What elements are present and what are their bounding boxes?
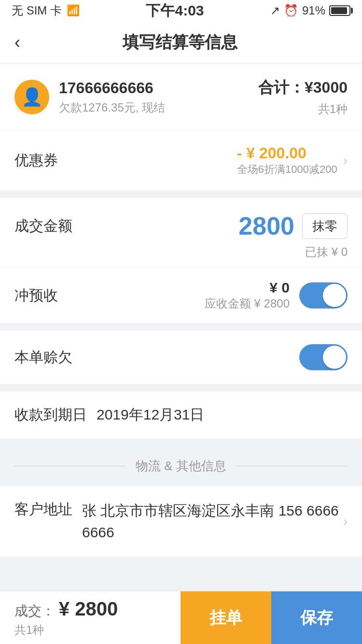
hang-order-button[interactable]: 挂单 [181, 591, 271, 644]
divider-line-left [14, 466, 126, 466]
deal-amount: 2800 [238, 211, 294, 240]
customer-row: 👤 17666666666 欠款1276.35元, 现结 合计：¥3000 共1… [0, 64, 362, 130]
battery-percent: 91% [302, 4, 325, 17]
prepay-amount-block: ¥ 0 应收金额 ¥ 2800 [205, 280, 290, 311]
bottom-info: 成交： ¥ 2800 共1种 [0, 598, 181, 638]
bottom-count: 共1种 [14, 622, 166, 638]
address-row: 客户地址 张 北京市市辖区海淀区永丰南 156 6666 6666 › [14, 500, 348, 543]
bottom-amount: ¥ 2800 [59, 598, 118, 619]
prepay-toggle[interactable] [299, 282, 348, 308]
prepay-amount: ¥ 0 [205, 280, 290, 296]
coupon-right: - ¥ 200.00 全场6折满1000减200 › [237, 144, 348, 177]
deal-section: 成交金额 2800 抹零 已抹 ¥ 0 冲预收 ¥ 0 应收金额 ¥ 2800 [0, 198, 362, 323]
battery-fill [331, 7, 347, 14]
credit-toggle-knob [323, 346, 346, 369]
total-count: 共1种 [258, 101, 348, 117]
prepay-row: 冲预收 ¥ 0 应收金额 ¥ 2800 [0, 267, 362, 323]
prepay-sub: 应收金额 ¥ 2800 [205, 296, 290, 311]
duedate-section: 收款到期日 2019年12月31日 [0, 392, 362, 438]
back-button[interactable]: ‹ [14, 32, 20, 53]
toggle-knob [323, 284, 346, 307]
location-icon: ↗ [270, 4, 280, 17]
page-title: 填写结算等信息 [30, 31, 330, 54]
duedate-value: 2019年12月31日 [97, 405, 204, 425]
divider-line-right [236, 466, 348, 466]
customer-phone: 17666666666 [59, 79, 258, 97]
avatar-icon: 👤 [21, 87, 43, 107]
credit-label: 本单赊欠 [14, 348, 72, 367]
avatar: 👤 [14, 80, 49, 114]
bottom-deal-row: 成交： ¥ 2800 [14, 598, 166, 620]
carrier-label: 无 SIM 卡 [12, 3, 62, 18]
duedate-row: 收款到期日 2019年12月31日 [14, 405, 348, 425]
total-amount: 合计：¥3000 [258, 77, 348, 98]
alarm-icon: ⏰ [284, 4, 298, 17]
status-left: 无 SIM 卡 📶 [12, 3, 80, 18]
address-chevron-icon: › [343, 514, 348, 529]
address-value: 张 北京市市辖区海淀区永丰南 156 6666 6666 [82, 500, 343, 543]
round-zero-button[interactable]: 抹零 [302, 213, 348, 239]
customer-total: 合计：¥3000 共1种 [258, 77, 348, 117]
coupon-label: 优惠券 [14, 151, 58, 170]
bottom-deal-label: 成交： [14, 603, 55, 618]
deal-row: 成交金额 2800 抹零 [14, 211, 348, 240]
time-label: 下午4:03 [146, 1, 204, 21]
customer-info: 17666666666 欠款1276.35元, 现结 [59, 79, 258, 115]
status-right: ↗ ⏰ 91% [270, 4, 350, 17]
save-button[interactable]: 保存 [271, 591, 362, 644]
coupon-discount: - ¥ 200.00 [237, 144, 337, 162]
battery-icon [329, 5, 350, 16]
prepay-label: 冲预收 [14, 286, 58, 306]
divider-text: 物流 & 其他信息 [126, 458, 236, 475]
customer-note: 欠款1276.35元, 现结 [59, 100, 258, 115]
coupon-row[interactable]: 优惠券 - ¥ 200.00 全场6折满1000减200 › [0, 130, 362, 190]
prepay-right: ¥ 0 应收金额 ¥ 2800 [205, 280, 348, 311]
deal-right: 2800 抹零 [238, 211, 348, 240]
deal-sub: 已抹 ¥ 0 [14, 244, 348, 260]
coupon-chevron-icon: › [343, 153, 348, 168]
wifi-icon: 📶 [67, 4, 80, 17]
coupon-desc: 全场6折满1000减200 [237, 162, 337, 177]
divider-label: 物流 & 其他信息 [0, 446, 362, 486]
duedate-label: 收款到期日 [14, 405, 87, 425]
status-bar: 无 SIM 卡 📶 下午4:03 ↗ ⏰ 91% [0, 0, 362, 21]
credit-section: 本单赊欠 [0, 331, 362, 384]
bottom-bar: 成交： ¥ 2800 共1种 挂单 保存 [0, 591, 362, 644]
credit-row: 本单赊欠 [14, 344, 348, 370]
address-section[interactable]: 客户地址 张 北京市市辖区海淀区永丰南 156 6666 6666 › [0, 486, 362, 557]
nav-bar: ‹ 填写结算等信息 [0, 21, 362, 64]
address-label: 客户地址 [14, 500, 72, 519]
deal-label: 成交金额 [14, 216, 72, 236]
credit-toggle[interactable] [299, 344, 348, 370]
customer-section: 👤 17666666666 欠款1276.35元, 现结 合计：¥3000 共1… [0, 64, 362, 190]
